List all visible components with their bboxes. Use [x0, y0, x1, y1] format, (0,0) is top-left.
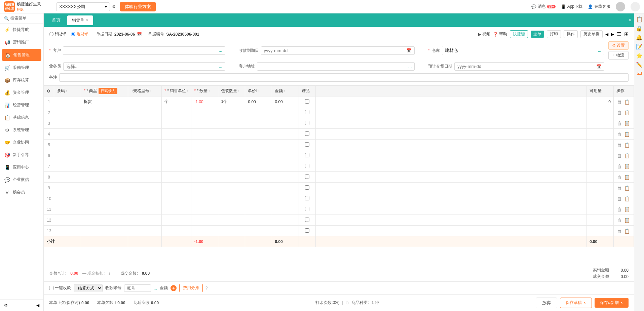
- row-spec[interactable]: [128, 172, 162, 183]
- due-date-calendar-icon[interactable]: 📅: [407, 48, 412, 53]
- row-amount[interactable]: 0.00: [272, 96, 299, 107]
- row-amount[interactable]: [272, 172, 299, 183]
- payment-method-select[interactable]: 结算方式: [74, 284, 103, 292]
- company-selector[interactable]: XXXXXX公司 ▾: [56, 2, 110, 11]
- row-copy-icon[interactable]: 📋: [623, 228, 631, 234]
- row-gift[interactable]: [299, 118, 316, 129]
- row-copy-icon[interactable]: 📋: [623, 217, 631, 224]
- row-unit[interactable]: [162, 107, 191, 118]
- row-goods[interactable]: [81, 193, 128, 204]
- row-amount[interactable]: [272, 226, 299, 236]
- sidebar-item-wechat[interactable]: 💬 企业微信: [0, 173, 43, 186]
- row-unit[interactable]: [162, 226, 191, 236]
- row-delete-icon[interactable]: 🗑: [616, 174, 622, 181]
- customer-addr-input[interactable]: [260, 64, 409, 69]
- print-button[interactable]: 打印: [547, 30, 561, 38]
- online-service-button[interactable]: 👤 在线客服: [588, 4, 610, 9]
- avatar[interactable]: [616, 2, 625, 11]
- row-goods[interactable]: [81, 140, 128, 150]
- row-barcode[interactable]: [54, 215, 81, 226]
- row-unit[interactable]: 个: [162, 96, 191, 107]
- list-view-icon[interactable]: ☰: [617, 31, 621, 37]
- row-pkgqty[interactable]: [218, 226, 245, 236]
- row-copy-icon[interactable]: 📋: [623, 142, 631, 148]
- row-price[interactable]: [245, 118, 272, 129]
- row-unit[interactable]: [162, 204, 191, 215]
- row-barcode[interactable]: [54, 226, 81, 236]
- row-gift[interactable]: [299, 226, 316, 236]
- row-qty[interactable]: [191, 129, 218, 140]
- row-gift[interactable]: [299, 96, 316, 107]
- row-qty[interactable]: [191, 193, 218, 204]
- row-qty[interactable]: [191, 140, 218, 150]
- row-gift[interactable]: [299, 129, 316, 140]
- row-price[interactable]: [245, 129, 272, 140]
- nav-prev-icon[interactable]: ◀: [605, 32, 608, 37]
- sidebar-search[interactable]: 🔍 搜索菜单: [0, 13, 43, 24]
- sidebar-item-quick-nav[interactable]: ⚡ 快捷导航: [0, 24, 43, 36]
- row-unit[interactable]: [162, 118, 191, 129]
- row-amount[interactable]: [272, 193, 299, 204]
- right-panel-icon-4[interactable]: 📝: [636, 43, 643, 50]
- customer-addr-dots-icon[interactable]: ...: [408, 64, 412, 69]
- row-amount[interactable]: [272, 161, 299, 172]
- row-delete-icon[interactable]: 🗑: [616, 131, 622, 138]
- one-click-payment[interactable]: 一键收款: [49, 285, 71, 291]
- settings-icon[interactable]: ⚙: [110, 3, 117, 10]
- tab-close-icon[interactable]: ×: [86, 18, 88, 23]
- row-amount[interactable]: [272, 107, 299, 118]
- row-delete-icon[interactable]: 🗑: [616, 163, 622, 170]
- row-price[interactable]: [245, 172, 272, 183]
- row-barcode[interactable]: [54, 129, 81, 140]
- ops-button[interactable]: 操作: [564, 30, 578, 38]
- right-panel-icon-3[interactable]: 🔔: [636, 34, 643, 41]
- row-price[interactable]: [245, 107, 272, 118]
- row-copy-icon[interactable]: 📋: [623, 152, 631, 159]
- row-qty[interactable]: [191, 183, 218, 193]
- row-gift[interactable]: [299, 193, 316, 204]
- sidebar-item-marketing[interactable]: 📢 营销推广: [0, 36, 43, 48]
- row-delete-icon[interactable]: 🗑: [616, 217, 622, 224]
- row-barcode[interactable]: [54, 161, 81, 172]
- goods-type-icon[interactable]: ⊙: [345, 301, 349, 305]
- shortcut-button[interactable]: 快捷键: [510, 30, 528, 38]
- sidebar-item-enterprise[interactable]: 🤝 企业协同: [0, 136, 43, 149]
- row-pkgqty[interactable]: [218, 129, 245, 140]
- radio-sale[interactable]: 销货单: [49, 31, 67, 37]
- row-copy-icon[interactable]: 📋: [623, 174, 631, 181]
- row-copy-icon[interactable]: 📋: [623, 195, 631, 202]
- row-goods[interactable]: [81, 107, 128, 118]
- salesperson-input[interactable]: [66, 64, 219, 69]
- row-gift[interactable]: [299, 204, 316, 215]
- help-btn[interactable]: ❓ 帮助: [493, 31, 507, 37]
- row-qty[interactable]: [191, 107, 218, 118]
- row-copy-icon[interactable]: 📋: [623, 206, 631, 213]
- scan-button[interactable]: 扫码录入: [99, 88, 117, 94]
- row-goods[interactable]: [81, 215, 128, 226]
- history-button[interactable]: 历史单据: [580, 30, 603, 38]
- row-goods[interactable]: [81, 118, 128, 129]
- row-goods[interactable]: 拆货: [81, 96, 128, 107]
- row-pkgqty[interactable]: [218, 118, 245, 129]
- row-spec[interactable]: [128, 215, 162, 226]
- trial-button[interactable]: 体验行业方案: [120, 2, 156, 11]
- row-spec[interactable]: [128, 226, 162, 236]
- row-barcode[interactable]: [54, 140, 81, 150]
- row-delete-icon[interactable]: 🗑: [616, 142, 622, 148]
- save-new-button[interactable]: 保存&新增 ∧: [595, 298, 629, 308]
- row-spec[interactable]: [128, 129, 162, 140]
- discount-info-icon[interactable]: ℹ: [109, 271, 110, 276]
- row-unit[interactable]: [162, 193, 191, 204]
- row-barcode[interactable]: [54, 204, 81, 215]
- sidebar-item-sales[interactable]: 🏠 销售管理: [2, 49, 41, 61]
- due-date-input[interactable]: [264, 48, 407, 53]
- row-price[interactable]: [245, 193, 272, 204]
- row-qty[interactable]: [191, 172, 218, 183]
- row-price[interactable]: 0.00: [245, 96, 272, 107]
- warehouse-dots-icon[interactable]: ...: [598, 48, 601, 53]
- tab-home[interactable]: 首页: [46, 15, 66, 25]
- row-qty[interactable]: [191, 150, 218, 161]
- row-price[interactable]: [245, 183, 272, 193]
- right-panel-icon-5[interactable]: ⭐: [636, 52, 643, 59]
- row-qty[interactable]: [191, 215, 218, 226]
